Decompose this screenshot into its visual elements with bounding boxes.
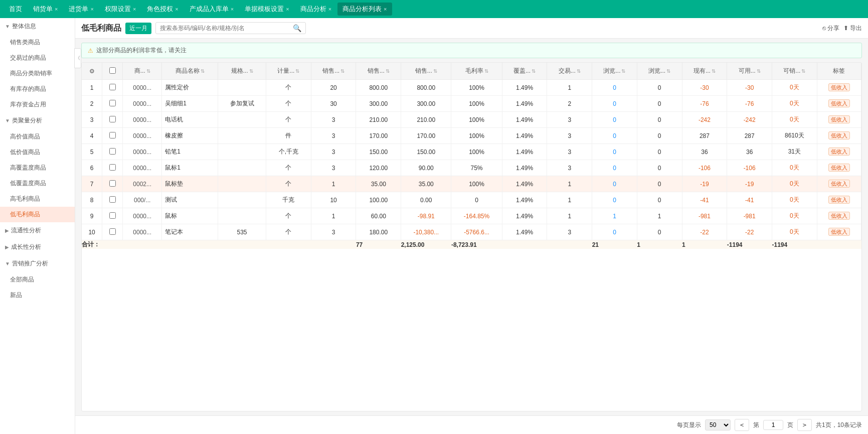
col-sales-qty[interactable]: 销售...⇅ (311, 63, 356, 80)
cell-gross-margin: 100% (451, 176, 502, 192)
sidebar-item-low-margin[interactable]: 低毛利商品 (0, 207, 75, 222)
views1-link[interactable]: 0 (613, 84, 616, 91)
nav-close-product-entry[interactable]: × (231, 6, 234, 12)
col-unit[interactable]: 计量...⇅ (266, 63, 311, 80)
sidebar-group-growth[interactable]: ▶ 成长性分析 (0, 239, 75, 255)
sidebar-item-traded-goods[interactable]: 交易过的商品 (0, 50, 75, 66)
sidebar-item-high-coverage[interactable]: 高覆盖度商品 (0, 160, 75, 176)
col-settings[interactable]: ⚙ (82, 63, 102, 80)
cell-gross-margin: 100% (451, 128, 502, 144)
row-checkbox[interactable] (109, 164, 116, 171)
row-checkbox[interactable] (109, 116, 116, 122)
search-icon[interactable]: 🔍 (293, 24, 301, 32)
nav-close-permission[interactable]: × (133, 6, 136, 12)
cell-gross-margin: 75% (451, 160, 502, 176)
sidebar-group-liquidity[interactable]: ▶ 流通性分析 (0, 222, 75, 239)
sidebar-item-low-value[interactable]: 低价值商品 (0, 144, 75, 160)
cell-tag: 低收入 (817, 128, 861, 144)
notice-text: 这部分商品的利润非常低，请关注 (96, 46, 187, 55)
col-margin[interactable]: 毛利率⇅ (451, 63, 502, 80)
col-transactions[interactable]: 交易...⇅ (547, 63, 592, 80)
nav-item-sales[interactable]: 销货单× (28, 3, 63, 16)
views1-link[interactable]: 0 (613, 132, 616, 139)
row-checkbox[interactable] (109, 100, 116, 106)
export-btn[interactable]: ⬆ 导出 (843, 24, 862, 33)
row-checkbox[interactable] (109, 196, 116, 203)
table-row: 7 0002... 鼠标垫 个 1 35.00 35.00 100% 1.49%… (82, 176, 861, 192)
col-name[interactable]: 商品名称⇅ (162, 63, 218, 80)
col-views2[interactable]: 浏览...⇅ (637, 63, 682, 80)
col-views1[interactable]: 浏览...⇅ (592, 63, 637, 80)
share-btn[interactable]: ⎋ 分享 (822, 24, 839, 33)
sidebar-item-stock-capital[interactable]: 库存资金占用 (0, 97, 75, 112)
sidebar-group-marketing[interactable]: ▼ 营销推广分析 (0, 255, 75, 272)
cell-available: -242 (727, 112, 772, 128)
views1-link[interactable]: 0 (613, 181, 616, 188)
cell-sellable: 0天 (772, 208, 817, 224)
nav-item-goods-analysis[interactable]: 商品分析× (295, 3, 336, 16)
page-suffix: 页 (787, 421, 793, 429)
views1-link[interactable]: 0 (613, 116, 616, 123)
nav-close-goods-analysis-list[interactable]: × (384, 6, 387, 12)
nav-item-template[interactable]: 单据模板设置× (240, 3, 294, 16)
sidebar-item-all-goods[interactable]: 全部商品 (0, 272, 75, 287)
cell-checkbox (102, 160, 123, 176)
sidebar-item-category-rate[interactable]: 商品分类助销率 (0, 66, 75, 81)
filter-btn[interactable]: 近一月 (125, 23, 151, 34)
nav-close-purchase[interactable]: × (90, 6, 93, 12)
cell-views2: 0 (637, 192, 682, 208)
nav-close-role[interactable]: × (175, 6, 178, 12)
views1-link[interactable]: 0 (613, 197, 616, 204)
sidebar-group-overall[interactable]: ▼ 整体信息 (0, 18, 75, 35)
footer-sales-profit: 2,125.00 (401, 240, 451, 249)
tag-low-income: 低收入 (828, 164, 850, 172)
views1-link[interactable]: 0 (613, 165, 616, 172)
sidebar: ▼ 整体信息 销售类商品 交易过的商品 商品分类助销率 有库存的商品 库存资金占… (0, 18, 75, 434)
cell-gross-margin: -5766.6... (451, 224, 502, 240)
cell-stock: 287 (682, 128, 727, 144)
sidebar-item-sales-goods[interactable]: 销售类商品 (0, 35, 75, 50)
cell-code: 0002... (123, 176, 162, 192)
cell-sellable: 0天 (772, 80, 817, 96)
views1-link[interactable]: 1 (613, 213, 616, 220)
nav-item-permission[interactable]: 权限设置× (100, 3, 141, 16)
row-checkbox[interactable] (109, 148, 116, 155)
sidebar-group-cluster[interactable]: ▼ 类聚量分析 (0, 112, 75, 129)
views1-link[interactable]: 0 (613, 149, 616, 156)
page-number-input[interactable] (763, 420, 783, 430)
row-checkbox[interactable] (109, 228, 116, 235)
nav-item-home[interactable]: 首页 (4, 3, 27, 16)
sidebar-item-high-margin[interactable]: 高毛利商品 (0, 191, 75, 207)
row-checkbox[interactable] (109, 132, 116, 138)
col-sales-profit[interactable]: 销售...⇅ (401, 63, 451, 80)
row-checkbox[interactable] (109, 180, 116, 187)
nav-close-goods-analysis[interactable]: × (328, 6, 331, 12)
next-page-btn[interactable]: ＞ (797, 419, 812, 431)
views1-link[interactable]: 0 (613, 229, 616, 236)
row-checkbox[interactable] (109, 84, 116, 90)
col-available[interactable]: 可用...⇅ (727, 63, 772, 80)
sidebar-item-low-coverage[interactable]: 低覆盖度商品 (0, 176, 75, 191)
nav-close-sales[interactable]: × (55, 6, 58, 12)
sidebar-collapse-btn[interactable]: 《 (74, 48, 81, 68)
col-coverage[interactable]: 覆盖...⇅ (502, 63, 547, 80)
col-stock[interactable]: 现有...⇅ (682, 63, 727, 80)
col-sales-amount[interactable]: 销售...⇅ (356, 63, 401, 80)
col-spec[interactable]: 规格...⇅ (218, 63, 266, 80)
col-code[interactable]: 商...⇅ (123, 63, 162, 80)
views1-link[interactable]: 0 (613, 100, 616, 107)
prev-page-btn[interactable]: ＜ (735, 419, 749, 431)
nav-item-role[interactable]: 角色授权× (142, 3, 183, 16)
nav-item-product-entry[interactable]: 产成品入库单× (185, 3, 239, 16)
sidebar-item-high-value[interactable]: 高价值商品 (0, 129, 75, 144)
nav-close-template[interactable]: × (286, 6, 289, 12)
nav-item-goods-analysis-list[interactable]: 商品分析列表× (337, 3, 392, 16)
select-all-checkbox[interactable] (109, 67, 116, 74)
col-sellable[interactable]: 可销...⇅ (772, 63, 817, 80)
nav-item-purchase[interactable]: 进货单× (64, 3, 98, 16)
row-checkbox[interactable] (109, 212, 116, 219)
per-page-select[interactable]: 50 20 100 (705, 419, 731, 430)
sidebar-item-in-stock[interactable]: 有库存的商品 (0, 81, 75, 97)
sidebar-item-new-goods[interactable]: 新品 (0, 287, 75, 303)
search-input[interactable] (160, 25, 291, 32)
